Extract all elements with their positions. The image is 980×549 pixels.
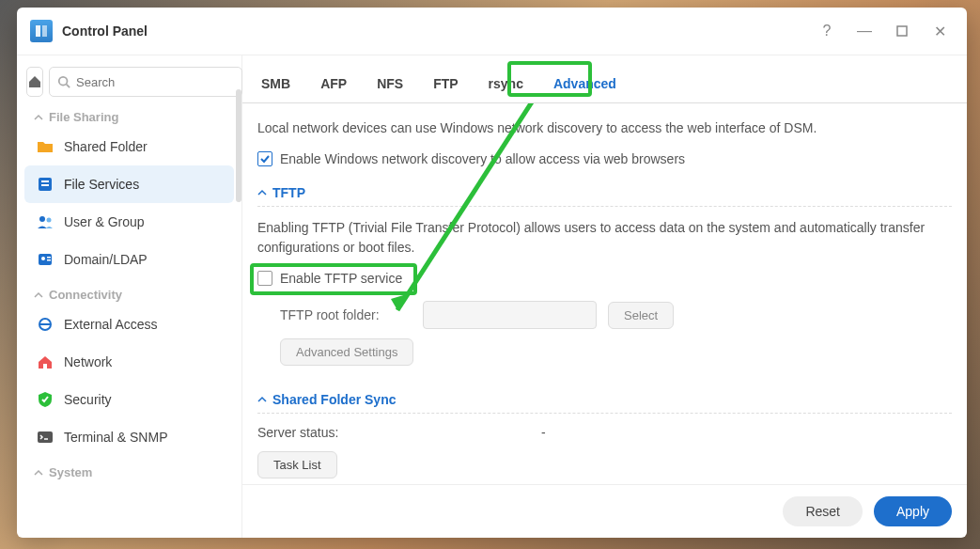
control-panel-icon	[30, 20, 53, 42]
sidebar-item-label: Domain/LDAP	[64, 252, 148, 267]
chevron-up-icon	[34, 113, 43, 122]
reset-button[interactable]: Reset	[783, 496, 863, 526]
folder-icon	[36, 137, 54, 156]
content-area: Local network devices can use Windows ne…	[242, 103, 967, 484]
help-button[interactable]: ?	[813, 17, 841, 45]
sidebar-item-label: Terminal & SNMP	[64, 430, 167, 445]
sidebar-item-external-access[interactable]: External Access	[24, 306, 234, 343]
discovery-description: Local network devices can use Windows ne…	[257, 118, 952, 138]
tftp-root-input[interactable]	[423, 301, 597, 329]
tftp-root-label: TFTP root folder:	[280, 307, 412, 322]
tab-nfs[interactable]: NFS	[373, 71, 407, 102]
svg-rect-6	[41, 180, 49, 182]
sidebar-item-security[interactable]: Security	[24, 381, 234, 418]
tftp-description: Enabling TFTP (Trivial File Transfer Pro…	[257, 218, 952, 258]
svg-point-3	[59, 77, 68, 86]
svg-point-11	[41, 257, 45, 260]
sidebar-item-user-group[interactable]: User & Group	[24, 203, 234, 241]
task-list-button[interactable]: Task List	[257, 451, 337, 478]
server-status-label: Server status:	[257, 425, 530, 440]
sidebar-item-network[interactable]: Network	[24, 343, 234, 381]
users-icon	[36, 212, 54, 231]
enable-discovery-checkbox[interactable]	[257, 151, 272, 166]
svg-rect-7	[41, 184, 49, 186]
sidebar-item-domain-ldap[interactable]: Domain/LDAP	[24, 241, 234, 278]
svg-point-9	[47, 218, 52, 223]
sidebar: File Sharing Shared Folder File Services…	[17, 55, 242, 538]
enable-tftp-checkbox[interactable]	[257, 271, 272, 286]
section-tftp-header[interactable]: TFTP	[257, 181, 952, 207]
svg-rect-15	[43, 364, 47, 369]
chevron-up-icon	[257, 188, 267, 197]
tab-rsync[interactable]: rsync	[485, 71, 527, 102]
link-icon	[36, 315, 54, 334]
close-button[interactable]: ✕	[926, 17, 954, 45]
svg-rect-16	[38, 431, 53, 443]
chevron-up-icon	[34, 290, 43, 300]
home-icon	[36, 353, 54, 371]
terminal-icon	[36, 428, 54, 447]
home-button[interactable]	[26, 67, 43, 97]
section-file-sharing[interactable]: File Sharing	[23, 101, 236, 128]
advanced-settings-button[interactable]: Advanced Settings	[280, 338, 413, 366]
sidebar-item-label: Network	[64, 354, 112, 369]
section-system[interactable]: System	[23, 456, 236, 483]
chevron-up-icon	[257, 395, 267, 404]
file-icon	[36, 175, 54, 194]
enable-tftp-label: Enable TFTP service	[280, 271, 402, 286]
sidebar-item-shared-folder[interactable]: Shared Folder	[24, 128, 234, 165]
enable-discovery-label: Enable Windows network discovery to allo…	[280, 151, 685, 166]
sidebar-item-terminal-snmp[interactable]: Terminal & SNMP	[24, 418, 234, 456]
search-input[interactable]	[76, 75, 234, 89]
tab-advanced[interactable]: Advanced	[550, 71, 620, 102]
sidebar-item-label: Shared Folder	[64, 139, 148, 154]
svg-rect-2	[897, 26, 907, 36]
tabs: SMB AFP NFS FTP rsync Advanced	[242, 55, 967, 103]
id-icon	[36, 250, 54, 269]
tab-smb[interactable]: SMB	[257, 71, 294, 102]
svg-rect-0	[36, 25, 40, 37]
server-status-value: -	[541, 425, 546, 440]
shield-icon	[36, 390, 54, 409]
sidebar-item-file-services[interactable]: File Services	[24, 165, 234, 203]
svg-rect-13	[47, 259, 51, 261]
tab-ftp[interactable]: FTP	[429, 71, 461, 102]
sidebar-item-label: External Access	[64, 317, 158, 332]
minimize-button[interactable]: —	[850, 17, 879, 45]
svg-line-4	[67, 85, 70, 88]
window-title: Control Panel	[62, 24, 148, 39]
select-button[interactable]: Select	[608, 302, 674, 329]
svg-rect-1	[42, 25, 47, 37]
titlebar: Control Panel ? — ✕	[17, 8, 967, 55]
section-connectivity[interactable]: Connectivity	[23, 278, 236, 306]
search-icon	[57, 75, 70, 88]
tab-afp[interactable]: AFP	[317, 71, 350, 102]
apply-button[interactable]: Apply	[874, 496, 952, 526]
footer: Reset Apply	[242, 484, 967, 538]
svg-rect-12	[47, 257, 51, 259]
svg-point-8	[39, 216, 45, 222]
sidebar-item-label: Security	[64, 392, 112, 407]
sidebar-item-label: File Services	[64, 177, 139, 192]
maximize-button[interactable]	[888, 17, 916, 45]
section-shared-folder-sync-header[interactable]: Shared Folder Sync	[257, 388, 952, 414]
chevron-up-icon	[34, 468, 43, 478]
sidebar-item-label: User & Group	[64, 214, 145, 229]
search-input-container[interactable]	[49, 67, 242, 97]
